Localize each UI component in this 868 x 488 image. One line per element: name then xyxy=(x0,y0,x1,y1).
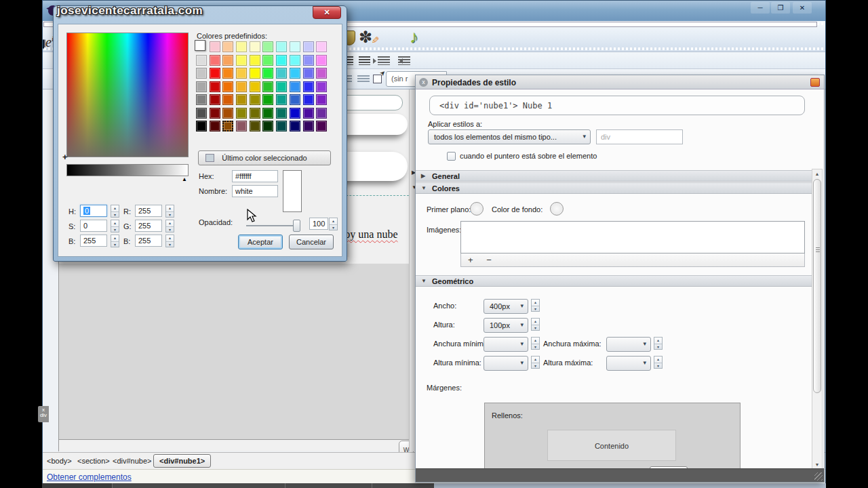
palette-swatch[interactable] xyxy=(222,108,233,119)
color-gradient-field[interactable] xyxy=(66,33,189,157)
palette-swatch[interactable] xyxy=(262,108,273,119)
brightness-spinner[interactable] xyxy=(111,235,119,247)
get-addons-link[interactable]: Obtener complementos xyxy=(47,472,132,482)
palette-swatch[interactable] xyxy=(262,81,273,92)
color-picker-crosshair[interactable]: + xyxy=(62,152,68,162)
green-spinner[interactable] xyxy=(165,220,174,232)
cancel-button[interactable]: Cancelar xyxy=(289,235,334,249)
palette-swatch[interactable] xyxy=(276,68,287,79)
palette-swatch[interactable] xyxy=(236,55,247,66)
blue-input[interactable]: 255 xyxy=(135,235,162,247)
palette-swatch[interactable] xyxy=(196,55,207,66)
scrollbar-thumb[interactable] xyxy=(813,179,821,393)
opacity-spinner[interactable] xyxy=(329,218,338,230)
palette-swatch[interactable] xyxy=(276,121,287,131)
palette-swatch[interactable] xyxy=(250,94,260,105)
palette-swatch[interactable] xyxy=(210,108,220,119)
panel-close-icon[interactable]: x xyxy=(419,78,428,87)
indent-icon[interactable] xyxy=(378,56,390,65)
palette-swatch[interactable] xyxy=(290,94,300,105)
palette-swatch[interactable] xyxy=(250,121,260,131)
palette-swatch[interactable] xyxy=(303,94,314,105)
images-list[interactable] xyxy=(460,221,805,253)
width-spinner[interactable] xyxy=(531,299,540,312)
taskbar-segment[interactable] xyxy=(372,483,434,488)
palette-swatch[interactable] xyxy=(210,121,220,131)
palette-swatch[interactable] xyxy=(196,108,207,119)
opacity-slider-handle[interactable] xyxy=(293,220,300,232)
palette-swatch[interactable] xyxy=(250,41,260,52)
palette-swatch[interactable] xyxy=(303,68,314,79)
palette-swatch[interactable] xyxy=(303,55,314,66)
last-color-button[interactable]: Último color seleccionado xyxy=(198,150,331,165)
palette-swatch[interactable] xyxy=(196,121,207,131)
tag-name-input[interactable]: div xyxy=(596,129,683,144)
palette-swatch[interactable] xyxy=(236,81,247,92)
palette-swatch[interactable] xyxy=(210,81,220,92)
saturation-spinner[interactable] xyxy=(111,220,119,232)
element-marker-tab[interactable]: x div xyxy=(38,406,49,422)
palette-swatch[interactable] xyxy=(276,108,287,119)
blue-spinner[interactable] xyxy=(165,235,174,247)
min-height-dropdown[interactable] xyxy=(484,356,528,371)
palette-swatch[interactable] xyxy=(303,108,314,119)
brightness-input[interactable]: 255 xyxy=(80,235,107,247)
palette-swatch[interactable] xyxy=(222,81,233,92)
hue-spinner[interactable] xyxy=(111,205,119,218)
palette-swatch[interactable] xyxy=(290,108,300,119)
panel-dock-icon[interactable] xyxy=(810,78,820,87)
hue-input[interactable]: 0 xyxy=(80,205,107,217)
palette-swatch[interactable] xyxy=(316,55,327,66)
palette-swatch[interactable] xyxy=(316,81,327,92)
outdent-icon[interactable] xyxy=(398,56,410,65)
red-spinner[interactable] xyxy=(165,205,174,218)
width-dropdown[interactable]: 400px xyxy=(484,299,528,314)
palette-swatch[interactable] xyxy=(262,121,273,131)
brightness-bar[interactable] xyxy=(66,164,189,176)
palette-swatch[interactable] xyxy=(195,40,205,51)
panel-header[interactable]: x Propiedades de estilo xyxy=(416,75,824,89)
color-name-input[interactable]: white xyxy=(232,185,278,197)
palette-swatch[interactable] xyxy=(222,55,233,66)
opacity-slider-track[interactable] xyxy=(246,225,299,226)
palette-swatch[interactable] xyxy=(236,41,247,52)
palette-swatch[interactable] xyxy=(316,94,327,105)
breadcrumb-section[interactable]: <section> xyxy=(77,457,110,465)
height-spinner[interactable] xyxy=(531,318,540,331)
foreground-color-swatch[interactable] xyxy=(470,202,484,216)
palette-swatch[interactable] xyxy=(316,41,327,52)
brightness-marker-icon[interactable]: ▲ xyxy=(182,176,187,182)
palette-swatch[interactable] xyxy=(250,81,260,92)
palette-swatch[interactable] xyxy=(222,41,233,52)
palette-swatch[interactable] xyxy=(250,55,260,66)
palette-swatch[interactable] xyxy=(276,41,287,52)
maximize-icon[interactable]: ❐ xyxy=(771,2,790,14)
scrollbar-up-icon[interactable]: ▲ xyxy=(812,169,822,178)
palette-swatch[interactable] xyxy=(196,68,207,79)
palette-swatch[interactable] xyxy=(276,81,287,92)
palette-swatch[interactable] xyxy=(303,121,314,131)
palette-swatch[interactable] xyxy=(236,94,247,105)
background-color-swatch[interactable] xyxy=(550,202,564,216)
breadcrumb-div-nube[interactable]: <div#nube> xyxy=(113,457,152,465)
palette-swatch[interactable] xyxy=(210,68,220,79)
selected-div-highlight[interactable] xyxy=(59,264,409,440)
palette-swatch[interactable] xyxy=(276,94,287,105)
saturation-input[interactable]: 0 xyxy=(80,220,107,232)
palette-swatch[interactable] xyxy=(236,108,247,119)
breadcrumb-div-nube1-active[interactable]: <div#nube1> xyxy=(153,454,211,468)
breadcrumb-body[interactable]: <body> xyxy=(47,457,72,465)
palette-swatch[interactable] xyxy=(196,81,207,92)
palette-swatch[interactable] xyxy=(262,94,273,105)
palette-swatch[interactable] xyxy=(262,68,273,79)
palette-swatch[interactable] xyxy=(290,55,300,66)
palette-swatch[interactable] xyxy=(210,55,220,66)
images-toolbar[interactable]: + − xyxy=(460,253,805,267)
accept-button[interactable]: Aceptar xyxy=(238,235,283,249)
dialog-close-icon[interactable]: ✕ xyxy=(313,6,341,19)
palette-swatch[interactable] xyxy=(262,55,273,66)
palette-swatch[interactable] xyxy=(250,108,260,119)
paint-style-icon[interactable]: ✽✎ xyxy=(359,28,378,47)
palette-swatch[interactable] xyxy=(236,68,247,79)
position-icon[interactable] xyxy=(373,75,382,83)
